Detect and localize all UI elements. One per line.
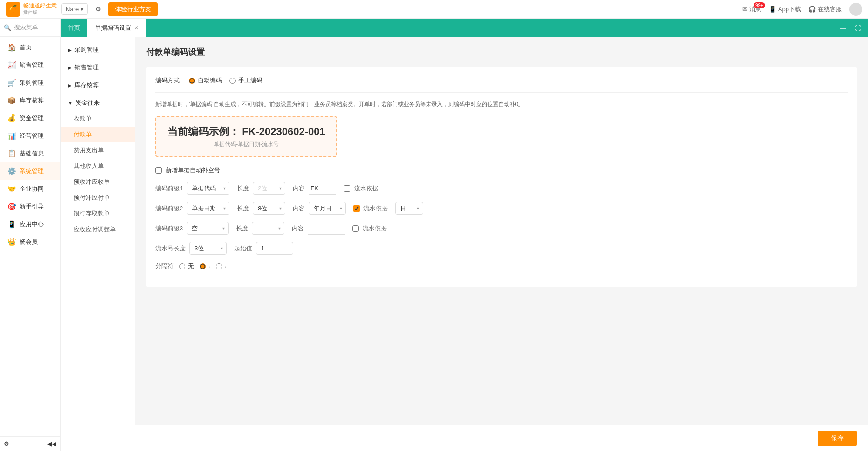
tab-label: 首页 <box>68 24 80 32</box>
operations-icon: 📊 <box>7 132 16 140</box>
guide-icon: 🎯 <box>7 202 16 211</box>
sidebar-item-label: 畅会员 <box>20 238 38 246</box>
prefix3-select[interactable]: 空 <box>187 222 229 235</box>
date-unit-select[interactable]: 日 月 年 <box>395 202 423 215</box>
tab-close-icon[interactable]: ✕ <box>134 25 139 31</box>
submenu-item-adjustment[interactable]: 应收应付调整单 <box>61 222 135 237</box>
sidebar-item-system[interactable]: ⚙️ 系统管理 <box>0 162 60 180</box>
submenu-header-inventory[interactable]: ▶ 库存核算 <box>61 77 135 93</box>
prefix2-select-wrapper: 单据日期 ▾ <box>187 202 229 215</box>
sidebar-item-guide[interactable]: 🎯 新手引导 <box>0 198 60 215</box>
maximize-icon[interactable]: ⛶ <box>851 21 864 34</box>
submenu-header-label: 销售管理 <box>74 63 99 72</box>
sidebar-item-finance[interactable]: 💰 资金管理 <box>0 109 60 127</box>
submenu-group-purchase: ▶ 采购管理 <box>61 42 135 58</box>
length3-select[interactable] <box>252 222 284 235</box>
auto-encode-radio[interactable] <box>189 78 195 84</box>
length2-select-wrapper: 8位 ▾ <box>253 202 285 215</box>
sidebar-item-basic[interactable]: 📋 基础信息 <box>0 145 60 162</box>
sidebar-item-sales[interactable]: 📈 销售管理 <box>0 56 60 74</box>
form-row-prefix3: 编码前缀3 空 ▾ 长度 <box>155 222 848 235</box>
sidebar-item-home[interactable]: 🏠 首页 <box>0 39 60 56</box>
home-icon: 🏠 <box>7 43 16 52</box>
submenu-item-expense[interactable]: 费用支出单 <box>61 142 135 158</box>
separator-dot-radio[interactable] <box>200 263 206 269</box>
sidebar-bottom: ⚙ ◀◀ <box>0 436 60 451</box>
serial1-checkbox[interactable] <box>344 185 350 192</box>
avatar[interactable] <box>849 3 862 16</box>
submenu-item-payment[interactable]: 付款单 <box>61 127 135 142</box>
separator-dash-radio[interactable] <box>216 263 222 269</box>
submenu-item-prepaid-offset[interactable]: 预付冲应付单 <box>61 190 135 206</box>
separator-none-radio[interactable] <box>179 263 185 269</box>
minimize-icon[interactable]: — <box>836 21 849 34</box>
length3-field: 长度 ▾ <box>236 222 284 235</box>
nav-dropdown[interactable]: Nare ▾ <box>61 3 88 15</box>
settings-bottom-icon[interactable]: ⚙ <box>4 440 9 447</box>
sidebar-search[interactable]: 🔍 搜索菜单 <box>0 19 60 37</box>
tab-serial-setting[interactable]: 单据编码设置 ✕ <box>87 19 146 37</box>
nav-text: Nare <box>66 6 79 13</box>
length1-select[interactable]: 2位 <box>253 182 285 195</box>
system-icon: ⚙️ <box>7 167 16 175</box>
preview-code: 当前编码示例： FK-20230602-001 <box>168 125 325 139</box>
purchase-icon: 🛒 <box>7 79 16 87</box>
separator-dash-option[interactable]: · <box>216 263 227 270</box>
submenu-item-receipt[interactable]: 收款单 <box>61 111 135 127</box>
manual-encode-option[interactable]: 手工编码 <box>229 76 262 85</box>
sidebar-item-enterprise[interactable]: 🤝 企业协同 <box>0 180 60 198</box>
start-value-input[interactable] <box>256 242 293 255</box>
enterprise-icon: 🤝 <box>7 185 16 193</box>
submenu-item-other-income[interactable]: 其他收入单 <box>61 158 135 174</box>
serial-length-select-wrapper: 3位 4位 5位 ▾ <box>189 242 227 255</box>
top-bar-right: ✉ 消息 99+ 📱 App下载 🎧 在线客服 <box>742 3 862 16</box>
prefix2-select[interactable]: 单据日期 <box>187 202 229 215</box>
sidebar-item-operations[interactable]: 📊 经营管理 <box>0 127 60 145</box>
sidebar-item-apps[interactable]: 📱 应用中心 <box>0 215 60 233</box>
submenu-header-sales[interactable]: ▶ 销售管理 <box>61 60 135 75</box>
length1-field: 长度 2位 ▾ <box>237 182 285 195</box>
sidebar-item-label: 应用中心 <box>20 220 44 229</box>
manual-encode-radio[interactable] <box>229 78 236 84</box>
app-download-btn[interactable]: 📱 App下载 <box>769 5 801 13</box>
serial2-checkbox[interactable] <box>353 205 360 212</box>
save-button[interactable]: 保存 <box>818 431 857 446</box>
auto-fill-checkbox[interactable] <box>155 167 162 174</box>
preview-box: 当前编码示例： FK-20230602-001 单据代码-单据日期-流水号 <box>155 116 337 157</box>
separator-label: 分隔符 <box>155 262 174 270</box>
search-icon: 🔍 <box>4 24 11 31</box>
form-row-prefix2: 编码前缀2 单据日期 ▾ 长度 <box>155 202 848 215</box>
online-service-btn[interactable]: 🎧 在线客服 <box>808 5 842 13</box>
serial3-checkbox[interactable] <box>352 225 359 232</box>
sidebar-item-label: 销售管理 <box>20 61 44 69</box>
prefix3-select-wrapper: 空 ▾ <box>187 222 229 235</box>
serial-length-select[interactable]: 3位 4位 5位 <box>189 242 227 255</box>
collapse-icon[interactable]: ◀◀ <box>47 440 56 447</box>
sidebar-item-inventory[interactable]: 📦 库存核算 <box>0 92 60 109</box>
submenu-header-finance[interactable]: ▼ 资金往来 <box>61 95 135 111</box>
sidebar-item-member[interactable]: 👑 畅会员 <box>0 233 60 251</box>
encoding-method-row: 编码方式 自动编码 手工编码 <box>155 76 848 93</box>
length2-select[interactable]: 8位 <box>253 202 285 215</box>
submenu-header-label: 采购管理 <box>74 46 99 54</box>
date-unit-select-wrapper: 日 月 年 ▾ <box>395 202 423 215</box>
tab-home[interactable]: 首页 <box>61 19 87 37</box>
serial2-field: 流水依据 <box>353 204 388 213</box>
prefix1-select[interactable]: 单据代码 <box>187 182 229 195</box>
separator-none-option[interactable]: 无 <box>179 262 194 270</box>
main-layout: 🔍 搜索菜单 🏠 首页 📈 销售管理 🛒 采购管理 📦 库存核算 💰 <box>0 19 868 451</box>
submenu-header-purchase[interactable]: ▶ 采购管理 <box>61 42 135 58</box>
submenu-item-prepay-offset[interactable]: 预收冲应收单 <box>61 174 135 190</box>
separator-dot-option[interactable]: · <box>200 263 210 270</box>
sidebar-item-purchase[interactable]: 🛒 采购管理 <box>0 74 60 92</box>
sidebar-menu: 🏠 首页 📈 销售管理 🛒 采购管理 📦 库存核算 💰 资金管理 📊 经 <box>0 37 60 436</box>
auto-encode-option[interactable]: 自动编码 <box>189 76 222 85</box>
content2-select[interactable]: 年月日 <box>309 202 346 215</box>
try-button[interactable]: 体验行业方案 <box>108 2 158 16</box>
message-btn[interactable]: ✉ 消息 99+ <box>742 5 761 13</box>
sidebar: 🔍 搜索菜单 🏠 首页 📈 销售管理 🛒 采购管理 📦 库存核算 💰 <box>0 19 61 451</box>
settings-icon[interactable]: ⚙ <box>92 3 105 16</box>
submenu-header-label: 库存核算 <box>74 81 99 89</box>
hint-text: 新增单据时，'单据编码'自动生成，不可编辑。前缀设置为部门、业务员等档案类。开单… <box>155 100 848 109</box>
submenu-item-bank[interactable]: 银行存取款单 <box>61 206 135 222</box>
